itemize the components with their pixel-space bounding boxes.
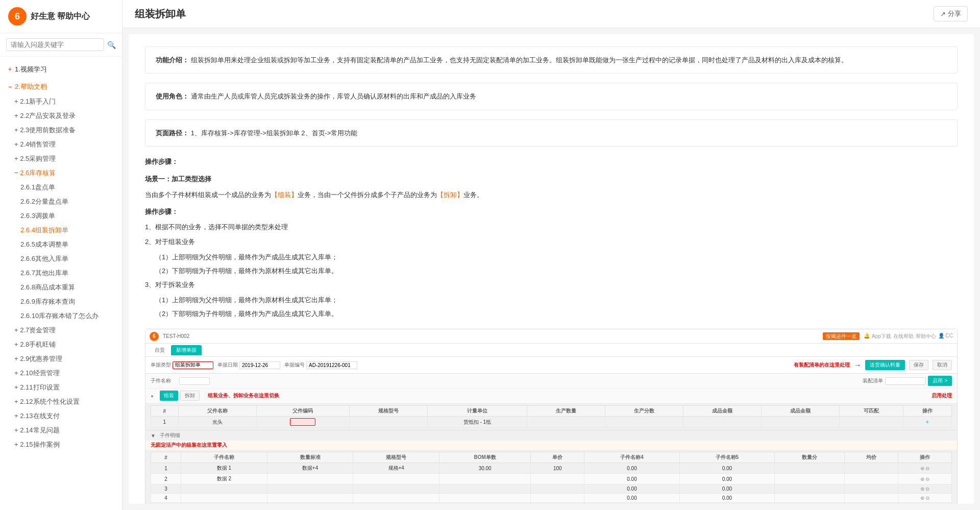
sidebar-item-inventory[interactable]: − 2.6库存核算: [0, 166, 122, 180]
expand-icon: +: [14, 369, 18, 377]
nav-tree: + 1.视频学习 − 2.帮助文档 + 2.1新手入门 + 2.2产品安装及登录: [0, 57, 122, 510]
inner-th-parts: 生产分数: [605, 406, 683, 417]
inner-cancel-btn[interactable]: 取消: [933, 360, 952, 370]
sidebar-item-assembly[interactable]: 2.6.4组装拆卸单: [0, 223, 122, 237]
inner-icon-user: 👤 CC: [938, 333, 953, 340]
sidebar-item-other-out[interactable]: 2.6.7其他出库单: [0, 266, 122, 280]
annotation-zero-text: 无固定活产中的组装在这里置零入: [151, 442, 227, 448]
expand-icon: +: [14, 426, 18, 434]
content-area: 功能介绍： 组装拆卸单用来处理企业组装或拆卸等加工业务，支持有固定装配清单的产品…: [129, 34, 974, 504]
inner-th-name: 父件名称: [178, 406, 256, 417]
path-content: 1、库存核算->库存管理->组装拆卸单 2、首页->常用功能: [191, 129, 358, 137]
sidebar-item-finance[interactable]: + 2.7资金管理: [0, 323, 122, 337]
inner-process-input[interactable]: [179, 377, 210, 385]
inner-lower-header-row: # 子件名称 数量标准 规格型号 BOM单数 单价 子件名称4 子件名称5 数量…: [151, 452, 952, 463]
inner-row-ops[interactable]: ⊕ ⊖: [920, 486, 930, 492]
inner-topbar: 6 TEST-H002 按揭进件一览 🔔 App下载 在线帮助 帮助中心 👤 C…: [145, 329, 957, 344]
sidebar-item-stock-query[interactable]: 2.6.9库存账本查询: [0, 295, 122, 309]
share-button[interactable]: ↗ 分享: [934, 6, 968, 21]
step3-2-text: （2）下部明细为子件明细，最终作为产成品生成其它入库单。: [155, 308, 958, 320]
inner-lower-row: 1 数据 1 数据+4 规格+4 30.00 100 0.00 0.00: [151, 463, 952, 474]
inner-date-input[interactable]: [239, 361, 280, 369]
sidebar-item-stock-error[interactable]: 2.6.10库存账本错了怎么办: [0, 309, 122, 323]
sidebar-item-cost-recalc[interactable]: 2.6.8商品成本重算: [0, 280, 122, 295]
expand-icon: +: [14, 98, 18, 105]
inner-confirm-btn[interactable]: 送货确认料量: [865, 360, 905, 370]
sidebar-item-ops[interactable]: + 2.10经营管理: [0, 366, 122, 380]
share-label: 分享: [948, 9, 961, 18]
expand-icon: +: [14, 112, 18, 119]
inner-th-match: 可匹配: [840, 406, 903, 417]
inner-form-bar: 单据类型 单据日期 单据编号 有装配清单的在这里处理 → 送货确认料量: [145, 357, 957, 374]
sidebar-item-transfer[interactable]: 2.6.3调拨单: [0, 209, 122, 223]
inner-td-match: [840, 417, 903, 428]
inner-assembly-type-btn[interactable]: 组装: [160, 391, 178, 401]
sidebar-item-faq[interactable]: + 2.14常见问题: [0, 423, 122, 438]
expand-icon: +: [14, 383, 18, 391]
inner-type-label: 单据类型: [151, 361, 171, 369]
inner-th-qty: 生产数量: [527, 406, 605, 417]
expand-icon: +: [14, 126, 18, 134]
inner-topbar-btn: 按揭进件一览: [823, 333, 860, 340]
sidebar-item-newbie[interactable]: + 2.1新手入门: [0, 94, 122, 109]
expand-icon: +: [8, 66, 12, 73]
inner-type-input[interactable]: [173, 361, 213, 369]
sidebar-item-coupon[interactable]: + 2.9优惠券管理: [0, 352, 122, 366]
search-input[interactable]: [6, 38, 104, 51]
inner-row-ops[interactable]: ⊕ ⊖: [920, 476, 930, 482]
inner-field-order: 单据编号: [284, 361, 357, 369]
role-label: 使用角色：: [156, 92, 189, 100]
inner-disassembly-type-btn[interactable]: 拆卸: [180, 391, 200, 401]
screenshot-container: 6 TEST-H002 按揭进件一览 🔔 App下载 在线帮助 帮助中心 👤 C…: [145, 329, 958, 504]
sidebar-item-print[interactable]: + 2.11打印设置: [0, 380, 122, 395]
inner-save-btn[interactable]: 保存: [909, 360, 928, 370]
sidebar-item-personalize[interactable]: + 2.12系统个性化设置: [0, 395, 122, 409]
inner-tabs: 自贡 新增单据: [145, 344, 957, 357]
collapse-icon: −: [14, 169, 18, 177]
nav-sub-items-2: + 2.1新手入门 + 2.2产品安装及登录 + 2.3使用前数据准备 + 2.…: [0, 94, 122, 452]
expand-icon: +: [14, 398, 18, 405]
arrow-bom: →: [854, 361, 861, 369]
inner-row-ops[interactable]: ⊕ ⊖: [920, 466, 930, 471]
inner-add-row-btn[interactable]: +: [926, 419, 929, 425]
search-icon[interactable]: 🔍: [107, 41, 116, 49]
inner-field-type: 单据类型: [151, 361, 213, 369]
sidebar-item-mobile[interactable]: + 2.8手机旺铺: [0, 337, 122, 352]
sidebar-item-dataprep[interactable]: + 2.3使用前数据准备: [0, 123, 122, 137]
op-steps-label2: 操作步骤：: [145, 206, 958, 217]
inner-apply-btn[interactable]: 启用 >: [928, 376, 952, 386]
inner-lth-std: 数量标准: [267, 452, 353, 463]
inner-assembly-input[interactable]: [885, 377, 926, 385]
inner-lower-title: 子件明细: [160, 432, 180, 439]
page-title: 组装拆卸单: [135, 7, 186, 21]
op-steps-title: 操作步骤：: [145, 156, 958, 167]
sidebar-item-payment[interactable]: + 2.13在线支付: [0, 409, 122, 423]
inner-ui: 6 TEST-H002 按揭进件一览 🔔 App下载 在线帮助 帮助中心 👤 C…: [145, 329, 957, 504]
sidebar-item-install[interactable]: + 2.2产品安装及登录: [0, 109, 122, 123]
inner-icon-help: 在线帮助: [893, 333, 914, 340]
sidebar-item-purchase[interactable]: + 2.5采购管理: [0, 152, 122, 166]
sidebar-item-sales[interactable]: + 2.4销售管理: [0, 137, 122, 152]
op-steps-section: 操作步骤： 场景一：加工类型选择 当由多个子件材料组装成一个成品的业务为【组装】…: [145, 156, 958, 320]
sidebar-item-cost-adjust[interactable]: 2.6.5成本调整单: [0, 237, 122, 252]
sidebar-item-video[interactable]: + 1.视频学习: [0, 62, 122, 77]
inner-tab-main[interactable]: 自贡: [150, 345, 170, 355]
sidebar-item-other-in[interactable]: 2.6.6其他入库单: [0, 252, 122, 266]
inner-lower-table: # 子件名称 数量标准 规格型号 BOM单数 单价 子件名称4 子件名称5 数量…: [151, 452, 952, 504]
inner-lower-row: 40.000.00⊕ ⊖: [151, 494, 952, 503]
collapse-icon: −: [8, 83, 12, 90]
sidebar-item-partial-stocktake[interactable]: 2.6.2分量盘点单: [0, 195, 122, 209]
step1-text: 1、根据不同的业务，选择不同单据的类型来处理: [145, 221, 958, 233]
inner-code-input[interactable]: [290, 418, 315, 426]
sidebar-item-helpdoc[interactable]: − 2.帮助文档: [0, 79, 122, 94]
inner-tab-new[interactable]: 新增单据: [171, 345, 202, 355]
inner-order-input[interactable]: [306, 361, 357, 369]
inner-row-ops[interactable]: ⊕ ⊖: [920, 495, 930, 501]
inner-lower-header: ▼ 子件明细: [145, 430, 957, 441]
sidebar-item-cases[interactable]: + 2.15操作案例: [0, 438, 122, 452]
step2-1-text: （1）上部明细为父件明细，最终作为产成品生成其它入库单；: [155, 251, 958, 263]
logo-icon: 6: [8, 7, 27, 26]
inner-th-seq: #: [151, 406, 179, 417]
inner-assembly-label: 装配清单: [863, 377, 883, 384]
sidebar-item-stocktake[interactable]: 2.6.1盘点单: [0, 180, 122, 195]
